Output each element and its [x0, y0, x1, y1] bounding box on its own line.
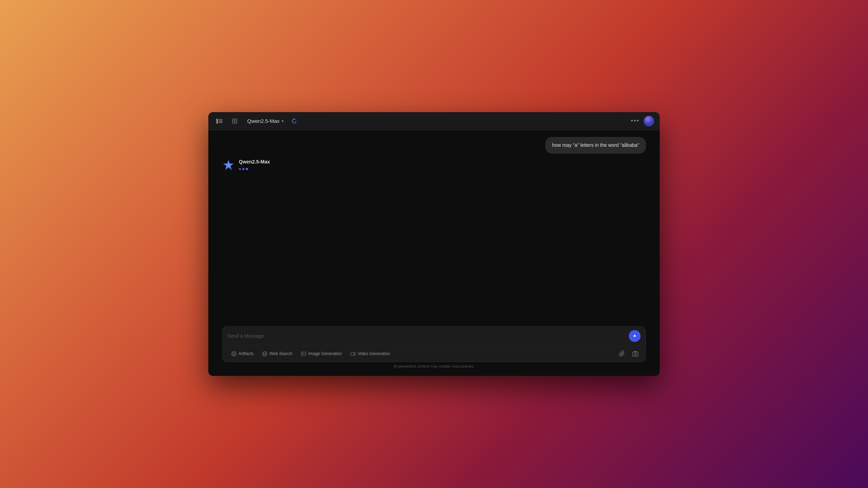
svg-point-24 [634, 353, 636, 355]
svg-rect-0 [216, 119, 218, 124]
new-chat-button[interactable] [229, 116, 240, 127]
svg-point-21 [302, 353, 303, 353]
user-message-text: how may "a" letters in the word "alibaba… [552, 142, 639, 148]
input-container: Artifacts Web Search [222, 326, 646, 362]
web-search-button[interactable]: Web Search [258, 349, 296, 358]
image-gen-icon [301, 351, 306, 356]
chat-area: how may "a" letters in the word "alibaba… [208, 130, 660, 323]
typing-dot-2 [242, 168, 244, 170]
toolbar-row: Artifacts Web Search [223, 345, 645, 362]
avatar[interactable] [644, 116, 654, 126]
svg-rect-13 [634, 335, 636, 337]
toolbar-right [617, 348, 641, 359]
sidebar-toggle-button[interactable] [214, 116, 225, 127]
artifacts-button[interactable]: Artifacts [227, 349, 257, 358]
svg-point-7 [644, 116, 654, 126]
ai-content: Qwen2.5-Max [239, 159, 270, 171]
chevron-down-icon: ▾ [282, 119, 284, 124]
web-search-label: Web Search [269, 351, 292, 356]
titlebar-right: ••• [631, 116, 654, 126]
input-row [223, 327, 645, 345]
svg-rect-1 [219, 119, 223, 120]
ai-name: Qwen2.5-Max [239, 159, 270, 165]
image-gen-label: Image Generation [308, 351, 342, 356]
ai-message-row: Qwen2.5-Max [222, 159, 646, 171]
message-input[interactable] [227, 332, 629, 340]
more-options-button[interactable]: ••• [631, 117, 640, 125]
svg-rect-2 [219, 121, 223, 121]
artifacts-icon [231, 351, 236, 356]
model-selector[interactable]: Qwen2.5-Max ▾ [244, 117, 286, 125]
video-gen-icon [350, 351, 356, 356]
typing-indicator [239, 167, 270, 171]
disclaimer-text: AI-generated content may contain inaccur… [394, 364, 474, 368]
attach-button[interactable] [617, 348, 627, 359]
titlebar-left: Qwen2.5-Max ▾ [214, 116, 298, 127]
titlebar: Qwen2.5-Max ▾ ••• [208, 112, 660, 130]
user-message-row: how may "a" letters in the word "alibaba… [222, 137, 646, 153]
app-window: Qwen2.5-Max ▾ ••• [208, 112, 660, 376]
video-gen-label: Video Generation [358, 351, 390, 356]
camera-button[interactable] [630, 348, 641, 359]
typing-dot-1 [239, 168, 241, 170]
web-search-icon [262, 351, 267, 356]
footer-disclaimer: AI-generated content may contain inaccur… [222, 362, 646, 370]
user-bubble: how may "a" letters in the word "alibaba… [545, 137, 646, 153]
artifacts-label: Artifacts [239, 351, 253, 356]
toolbar-left: Artifacts Web Search [227, 349, 393, 358]
ai-avatar-icon [222, 159, 235, 171]
send-button[interactable] [629, 330, 641, 342]
send-icon [632, 333, 637, 339]
bottom-area: Artifacts Web Search [208, 323, 660, 376]
image-gen-button[interactable]: Image Generation [297, 349, 345, 358]
refresh-icon[interactable] [291, 118, 298, 125]
typing-dot-3 [246, 168, 248, 170]
model-name: Qwen2.5-Max [247, 118, 279, 124]
video-gen-button[interactable]: Video Generation [347, 349, 393, 358]
svg-rect-23 [633, 352, 638, 356]
svg-rect-22 [351, 352, 354, 355]
svg-rect-3 [219, 122, 223, 123]
